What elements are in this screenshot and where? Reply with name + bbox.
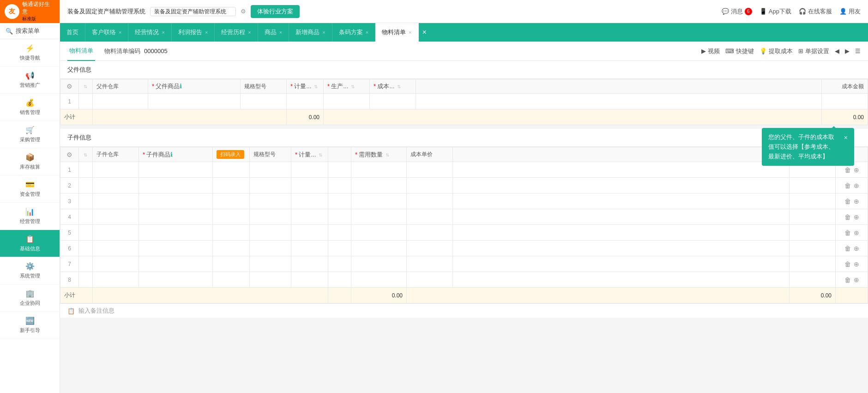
delete-icon[interactable]: 🗑 xyxy=(844,245,851,252)
copy-icon[interactable]: ⊕ xyxy=(854,182,859,189)
child-row-product[interactable] xyxy=(139,241,213,256)
tab-customers[interactable]: 客户联络 × xyxy=(85,23,128,42)
shortcut-btn[interactable]: ⌨ 快捷键 xyxy=(725,47,754,55)
tab-bom[interactable]: 物料清单 × xyxy=(375,23,418,42)
child-row-product[interactable] xyxy=(139,256,213,272)
child-row-unit-cost[interactable] xyxy=(407,209,453,225)
child-row-warehouse[interactable] xyxy=(93,241,139,256)
child-row-unit[interactable] xyxy=(291,178,328,193)
sidebar-item-finance[interactable]: 💳 资金管理 xyxy=(0,175,60,203)
parent-row-spec-1[interactable] xyxy=(241,94,287,109)
online-service-item[interactable]: 🎧 在线客服 xyxy=(799,7,832,16)
child-row-spec[interactable] xyxy=(250,178,291,193)
child-row-product[interactable] xyxy=(139,178,213,193)
video-btn[interactable]: ▶ 视频 xyxy=(701,47,720,55)
child-row-spec[interactable] xyxy=(250,272,291,288)
delete-icon[interactable]: 🗑 xyxy=(844,182,851,189)
search-menu[interactable]: 🔍 搜索菜单 xyxy=(0,23,60,39)
list-view-icon[interactable]: ☰ xyxy=(855,48,861,54)
child-row-product[interactable] xyxy=(139,162,213,178)
child-row-spec[interactable] xyxy=(250,241,291,256)
close-all-tabs-button[interactable]: × xyxy=(419,28,430,36)
child-row-warehouse[interactable] xyxy=(93,225,139,241)
child-row-spec[interactable] xyxy=(250,256,291,272)
child-row-qty[interactable] xyxy=(351,162,407,178)
tab-close-ops[interactable]: × xyxy=(162,30,164,35)
delete-icon[interactable]: 🗑 xyxy=(844,198,851,205)
child-row-warehouse[interactable] xyxy=(93,193,139,209)
nav-next-icon[interactable]: ▶ xyxy=(845,48,850,54)
child-row-warehouse[interactable] xyxy=(93,256,139,272)
sidebar-item-sales[interactable]: 💰 销售管理 xyxy=(0,94,60,121)
tab-new-product[interactable]: 新增商品 × xyxy=(289,23,332,42)
parent-row-warehouse-1[interactable] xyxy=(93,94,148,109)
tooltip-close-btn[interactable]: × xyxy=(844,133,848,143)
sidebar-item-guide[interactable]: 🆕 新手引导 xyxy=(0,312,60,339)
copy-icon[interactable]: ⊕ xyxy=(854,245,859,252)
child-row-unit[interactable] xyxy=(291,225,328,241)
child-row-unit-cost[interactable] xyxy=(407,225,453,241)
tab-close-biz[interactable]: × xyxy=(248,30,251,35)
child-row-unit[interactable] xyxy=(291,241,328,256)
parent-row-product-1[interactable] xyxy=(148,94,241,109)
message-item[interactable]: 💬 消息 6 xyxy=(722,7,752,16)
child-row-product[interactable] xyxy=(139,272,213,288)
copy-icon[interactable]: ⊕ xyxy=(854,229,859,236)
copy-icon[interactable]: ⊕ xyxy=(854,198,859,205)
system-select[interactable]: 装备及固定资产辅助管理系统 xyxy=(150,7,236,16)
tab-close-bom[interactable]: × xyxy=(409,30,411,35)
tab-close-profit[interactable]: × xyxy=(205,30,208,35)
sidebar-item-enterprise[interactable]: 🏢 企业协同 xyxy=(0,284,60,312)
child-row-unit-cost[interactable] xyxy=(407,256,453,272)
tab-operations-status[interactable]: 经营情况 × xyxy=(128,23,171,42)
tab-profit[interactable]: 利润报告 × xyxy=(172,23,215,42)
child-row-qty[interactable] xyxy=(351,178,407,193)
tab-close-new[interactable]: × xyxy=(322,30,325,35)
child-row-unit[interactable] xyxy=(291,272,328,288)
child-row-unit[interactable] xyxy=(291,193,328,209)
sidebar-item-system[interactable]: ⚙️ 系统管理 xyxy=(0,257,60,284)
copy-icon[interactable]: ⊕ xyxy=(854,276,859,284)
child-row-qty[interactable] xyxy=(351,241,407,256)
app-download-item[interactable]: 📱 App下载 xyxy=(760,7,791,16)
child-row-unit-cost[interactable] xyxy=(407,241,453,256)
tab-close-customers[interactable]: × xyxy=(119,30,121,35)
single-settings-btn[interactable]: ⊞ 单据设置 xyxy=(798,47,829,55)
parent-row-unit-1[interactable] xyxy=(287,94,324,109)
child-row-spec[interactable] xyxy=(250,193,291,209)
sidebar-item-operations[interactable]: 📊 经营管理 xyxy=(0,203,60,230)
child-row-product[interactable] xyxy=(139,225,213,241)
delete-icon[interactable]: 🗑 xyxy=(844,166,851,174)
child-row-qty[interactable] xyxy=(351,209,407,225)
child-row-unit[interactable] xyxy=(291,162,328,178)
delete-icon[interactable]: 🗑 xyxy=(844,213,851,221)
child-row-spec[interactable] xyxy=(250,209,291,225)
parent-row-cost-1[interactable] xyxy=(370,94,416,109)
child-row-unit-cost[interactable] xyxy=(407,272,453,288)
tab-biz-history[interactable]: 经营历程 × xyxy=(215,23,258,42)
delete-icon[interactable]: 🗑 xyxy=(844,260,851,268)
tab-home[interactable]: 首页 xyxy=(60,23,85,42)
child-row-qty[interactable] xyxy=(351,272,407,288)
sidebar-item-inventory[interactable]: 📦 库存核算 xyxy=(0,148,60,175)
sidebar-item-marketing[interactable]: 📢 营销推广 xyxy=(0,67,60,94)
child-row-product[interactable] xyxy=(139,209,213,225)
nav-prev-icon[interactable]: ◀ xyxy=(835,48,839,54)
child-row-spec[interactable] xyxy=(250,162,291,178)
child-gear-icon[interactable]: ⚙ xyxy=(66,151,72,158)
child-row-warehouse[interactable] xyxy=(93,178,139,193)
child-row-unit-cost[interactable] xyxy=(407,193,453,209)
delete-icon[interactable]: 🗑 xyxy=(844,276,851,284)
child-row-spec[interactable] xyxy=(250,225,291,241)
trial-button[interactable]: 体验行业方案 xyxy=(251,5,300,18)
parent-row-production-1[interactable] xyxy=(324,94,370,109)
child-row-unit[interactable] xyxy=(291,209,328,225)
child-row-qty[interactable] xyxy=(351,225,407,241)
page-tab-bom[interactable]: 物料清单 xyxy=(67,42,95,61)
copy-icon[interactable]: ⊕ xyxy=(854,260,859,268)
extract-cost-btn[interactable]: 💡 提取成本 xyxy=(760,47,793,55)
child-row-qty[interactable] xyxy=(351,256,407,272)
tab-products[interactable]: 商品 × xyxy=(258,23,289,42)
copy-icon[interactable]: ⊕ xyxy=(854,166,859,174)
delete-icon[interactable]: 🗑 xyxy=(844,229,851,236)
